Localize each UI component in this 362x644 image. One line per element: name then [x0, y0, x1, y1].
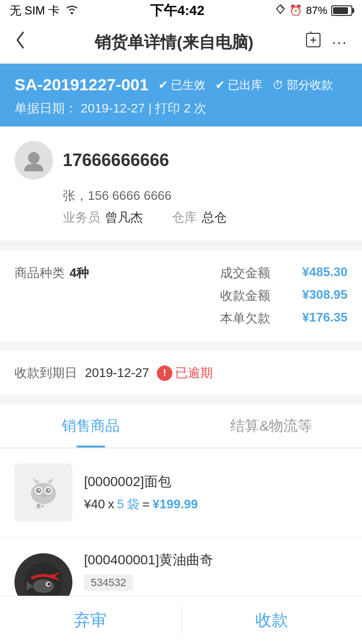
battery-icon: [331, 5, 352, 16]
nav-bar: 销货单详情(来自电脑) ···: [0, 21, 362, 64]
warehouse-value: 总仓: [202, 209, 227, 226]
product-image-1: 星+: [14, 463, 72, 521]
qty-unit-1: 袋: [127, 496, 139, 513]
check-icon-1: ✔: [158, 78, 168, 92]
product-name-text-2: 黄油曲奇: [159, 552, 213, 567]
product-item-1: 星+ [0000002]面包 ¥40 x 5 袋 = ¥199.99: [0, 449, 362, 536]
product-info-1: [0000002]面包 ¥40 x 5 袋 = ¥199.99: [84, 473, 348, 513]
total-1: ¥199.99: [153, 497, 198, 512]
overdue-text: 已逾期: [175, 364, 213, 381]
overdue-badge: ! 已逾期: [157, 364, 213, 381]
status-partial: 部分收款: [287, 77, 333, 93]
order-date: 2019-12-27: [81, 101, 145, 115]
bottom-bar: 弃审 收款: [0, 596, 362, 644]
product-type-row: 商品种类 4种: [14, 265, 89, 281]
product-price-1: ¥40 x 5 袋 = ¥199.99: [84, 496, 348, 513]
nav-actions: ···: [305, 31, 348, 53]
product-name-text-1: 面包: [144, 474, 171, 489]
type-label: 商品种类: [14, 265, 65, 281]
header-date: 单据日期： 2019-12-27 | 打印 2 次: [14, 100, 348, 117]
salesman-meta: 业务员 曾凡杰: [63, 209, 143, 226]
type-value: 4种: [70, 265, 89, 281]
amount-label: 成交金额: [220, 265, 270, 281]
due-section: 收款到期日 2019-12-27 ! 已逾期: [0, 351, 362, 395]
status-effective: 已生效: [171, 77, 206, 93]
back-button[interactable]: [14, 30, 43, 54]
amount-value: ¥485.30: [280, 265, 348, 281]
wifi-icon: [65, 4, 79, 17]
status-bar: 无 SIM 卡 下午4:42 ⏰ 87%: [0, 0, 362, 21]
clock-icon: ⏱: [272, 78, 284, 92]
svg-point-8: [38, 489, 40, 491]
status-time: 下午4:42: [150, 1, 204, 20]
salesman-value: 曾凡杰: [105, 209, 143, 226]
customer-id: 17666666666: [63, 150, 169, 170]
product-name-2: [000400001]黄油曲奇: [84, 551, 348, 569]
debt-label: 本单欠款: [220, 310, 270, 327]
status-shipped: 已出库: [228, 77, 263, 93]
received-value: ¥308.95: [280, 287, 348, 304]
status-right: ⏰ 87%: [276, 4, 352, 17]
location-icon: [276, 4, 285, 17]
amount-row-1: 成交金额 ¥485.30: [220, 265, 348, 281]
svg-point-9: [48, 489, 50, 491]
status-badge-partial: ⏱ 部分收款: [272, 77, 333, 93]
svg-point-14: [47, 583, 50, 586]
customer-section: 17666666666 张，156 6666 6666 业务员 曾凡杰 仓库 总…: [0, 126, 362, 240]
product-code-2: [000400001]: [84, 552, 159, 567]
warehouse-label: 仓库: [172, 209, 197, 226]
due-label: 收款到期日: [14, 364, 77, 381]
amount-row-3: 本单欠款 ¥176.35: [220, 310, 348, 327]
tab-settlement[interactable]: 结算&物流等: [181, 405, 362, 448]
customer-meta: 业务员 曾凡杰 仓库 总仓: [14, 209, 348, 226]
order-header-row: SA-20191227-001 ✔ 已生效 ✔ 已出库 ⏱ 部分收款: [14, 75, 348, 94]
share-icon[interactable]: [305, 31, 322, 53]
print-info: 打印 2 次: [155, 101, 207, 115]
carrier-text: 无 SIM 卡: [10, 3, 60, 18]
customer-row: 17666666666: [14, 141, 348, 180]
tabs: 销售商品 结算&物流等: [0, 405, 362, 448]
tab-sales-products[interactable]: 销售商品: [0, 405, 181, 448]
summary-right: 成交金额 ¥485.30 收款金额 ¥308.95 本单欠款 ¥176.35: [220, 265, 348, 327]
product-sku-2: 534532: [84, 574, 133, 591]
tab-settlement-label: 结算&物流等: [230, 418, 312, 434]
due-date-value: 2019-12-27: [85, 365, 149, 380]
summary-row: 商品种类 4种 成交金额 ¥485.30 收款金额 ¥308.95 本单欠款 ¥…: [14, 265, 348, 327]
warehouse-meta: 仓库 总仓: [172, 209, 227, 226]
order-number: SA-20191227-001: [14, 75, 149, 94]
unit-price-1: ¥40: [84, 497, 105, 512]
salesman-label: 业务员: [63, 209, 100, 226]
received-label: 收款金额: [220, 287, 270, 304]
qty-1: 5: [117, 497, 124, 512]
svg-point-2: [28, 152, 40, 164]
cancel-button[interactable]: 弃审: [0, 596, 181, 644]
overdue-icon: !: [157, 365, 172, 381]
product-code-1: [0000002]: [84, 474, 144, 489]
more-button[interactable]: ···: [332, 33, 348, 51]
status-left: 无 SIM 卡: [10, 3, 79, 18]
summary-left: 商品种类 4种: [14, 265, 89, 281]
print-separator: |: [148, 101, 155, 115]
battery-percent: 87%: [306, 4, 327, 17]
status-badge-effective: ✔ 已生效: [158, 77, 206, 93]
alarm-icon: ⏰: [289, 4, 302, 17]
customer-name-phone: 张，156 6666 6666: [14, 187, 348, 204]
product-name-1: [0000002]面包: [84, 473, 348, 491]
tab-sales-label: 销售商品: [62, 418, 120, 434]
svg-point-12: [33, 579, 54, 593]
date-label: 单据日期：: [14, 101, 77, 115]
check-icon-2: ✔: [215, 78, 225, 92]
debt-value: ¥176.35: [280, 310, 348, 327]
avatar: [14, 141, 53, 180]
header-banner: SA-20191227-001 ✔ 已生效 ✔ 已出库 ⏱ 部分收款 单据日期：…: [0, 64, 362, 126]
svg-point-0: [71, 12, 73, 14]
page-title: 销货单详情(来自电脑): [43, 31, 305, 54]
amount-row-2: 收款金额 ¥308.95: [220, 287, 348, 304]
summary-section: 商品种类 4种 成交金额 ¥485.30 收款金额 ¥308.95 本单欠款 ¥…: [0, 250, 362, 341]
status-badge-shipped: ✔ 已出库: [215, 77, 263, 93]
confirm-button[interactable]: 收款: [181, 596, 362, 644]
svg-text:星+: 星+: [36, 504, 44, 509]
